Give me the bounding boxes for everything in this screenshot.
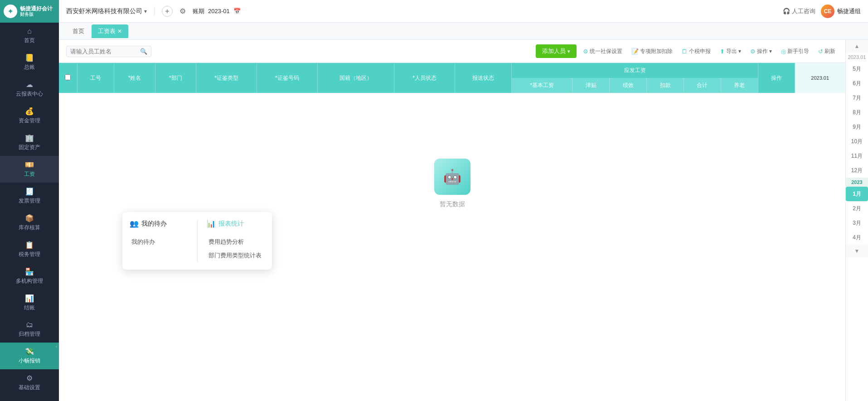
th-bonus: 津贴 <box>572 78 610 93</box>
payroll-icon: 💴 <box>25 160 34 169</box>
social-insurance-button[interactable]: ⚙ 统一社保设置 <box>580 46 625 57</box>
th-wage-group: 应发工资 <box>512 63 758 78</box>
headset-icon: 🎧 <box>783 8 790 14</box>
month-item-nov[interactable]: 11月 <box>846 149 868 163</box>
tabbar: 首页 工资表 ✕ <box>59 23 868 40</box>
sidebar-item-assets[interactable]: 🏢 固定资产 <box>0 129 59 156</box>
payroll-toolbar: 🔍 添加人员 ▾ ⚙ 统一社保设置 📝 专项附加扣除 <box>59 40 845 63</box>
settlement-icon: 📊 <box>25 294 34 303</box>
checkbox-header <box>59 63 77 93</box>
guide-button[interactable]: ◎ 新手引导 <box>778 46 812 57</box>
month-sidebar: ▲ 2023.01 5月 6月 7月 8月 9月 10月 11月 12月 202… <box>845 40 868 401</box>
company-name: 西安虾米网络科技有限公司 <box>66 7 142 15</box>
refresh-button[interactable]: ↺ 刷新 <box>815 46 838 57</box>
settings-icon[interactable]: ⚙ <box>177 6 188 17</box>
xiaochang-icon: 💸 <box>25 347 34 356</box>
social-icon: ⚙ <box>583 48 588 55</box>
user-menu[interactable]: CE 畅捷通组 <box>821 5 861 18</box>
calendar-icon[interactable]: 📅 <box>233 8 241 14</box>
sidebar-item-tax[interactable]: 📋 税务管理 <box>0 236 59 263</box>
month-item-dec[interactable]: 12月 <box>846 163 868 178</box>
popup-dept-cost[interactable]: 部门费用类型统计表 <box>207 249 265 262</box>
export-icon: ⬆ <box>720 48 725 55</box>
popup-right-icon: 📊 <box>207 219 216 228</box>
month-item-jan[interactable]: 1月 <box>846 187 868 201</box>
month-item-apr[interactable]: 4月 <box>846 230 868 245</box>
empty-text: 暂无数据 <box>440 200 465 208</box>
tax-report-button[interactable]: 🗒 个税申报 <box>679 46 713 57</box>
tab-home[interactable]: 首页 <box>66 24 91 38</box>
operation-chevron-icon: ▾ <box>769 48 772 54</box>
search-input[interactable] <box>70 48 138 55</box>
th-dept: *部门 <box>155 63 196 93</box>
popup-col-left: 👥 我的待办 我的待办 <box>130 219 188 262</box>
sidebar-item-xiaochang[interactable]: 💸 小畅报销 ‹ <box>0 343 59 369</box>
select-all-checkbox[interactable] <box>65 74 71 80</box>
month-nav-down[interactable]: ▼ <box>846 245 868 257</box>
th-year-label: 2023.01 <box>795 63 845 93</box>
topbar-right: 🎧 人工咨询 CE 畅捷通组 <box>783 5 861 18</box>
company-selector[interactable]: 西安虾米网络科技有限公司 ▾ <box>66 7 147 15</box>
popup-menu: 👥 我的待办 我的待办 📊 报表统计 费用趋势分析 部门费用类型统计表 <box>122 212 272 270</box>
support-button[interactable]: 🎧 人工咨询 <box>783 7 815 15</box>
sidebar: ✦ 畅捷通好会计 财务版 ⌂ 首页 📒 总账 ☁ 云报表中心 💰 资金管理 🏢 … <box>0 0 59 401</box>
deduction-button[interactable]: 📝 专项附加扣除 <box>629 46 675 57</box>
sidebar-item-invoice[interactable]: 🧾 发票管理 <box>0 183 59 209</box>
tab-close-icon[interactable]: ✕ <box>117 28 122 34</box>
logo-icon: ✦ <box>4 5 17 18</box>
sidebar-item-basic[interactable]: ⚙ 基础设置 <box>0 369 59 396</box>
ledger-icon: 📒 <box>25 53 34 62</box>
sidebar-item-guide[interactable]: ▶ 新手引导 <box>0 396 59 401</box>
th-status: *人员状态 <box>394 63 455 93</box>
archive-icon: 🗂 <box>26 321 33 329</box>
th-no: 工号 <box>77 63 114 93</box>
sidebar-item-settlement[interactable]: 📊 结账 <box>0 290 59 316</box>
sidebar-item-payroll[interactable]: 💴 工资 <box>0 156 59 183</box>
add-company-button[interactable]: + <box>162 6 173 17</box>
month-item-may[interactable]: 5月 <box>846 62 868 76</box>
invoice-icon: 🧾 <box>25 187 34 196</box>
month-item-oct[interactable]: 10月 <box>846 134 868 149</box>
export-button[interactable]: ⬆ 导出 ▾ <box>717 46 744 57</box>
sidebar-item-inventory[interactable]: 📦 库存核算 <box>0 209 59 236</box>
export-chevron-icon: ▾ <box>738 48 741 54</box>
period-display: 账期 2023-01 📅 <box>193 7 241 15</box>
popup-my-todo[interactable]: 我的待办 <box>130 235 188 249</box>
popup-right-title: 📊 报表统计 <box>207 219 265 231</box>
operation-button[interactable]: ⚙ 操作 ▾ <box>747 46 775 57</box>
th-id-type: *证鉴类型 <box>196 63 257 93</box>
sidebar-item-ledger[interactable]: 📒 总账 <box>0 49 59 76</box>
operation-icon: ⚙ <box>750 48 756 55</box>
year-label-top: 2023.01 <box>846 53 868 62</box>
funds-icon: 💰 <box>25 107 34 116</box>
th-deduct: 扣款 <box>647 78 684 93</box>
multi-icon: 🏪 <box>25 267 34 276</box>
period-value: 2023-01 <box>208 8 230 14</box>
add-person-button[interactable]: 添加人员 ▾ <box>536 44 577 58</box>
month-item-feb[interactable]: 2月 <box>846 201 868 216</box>
tab-payroll[interactable]: 工资表 ✕ <box>92 24 128 38</box>
th-ops: 操作 <box>758 63 795 93</box>
empty-icon: 🤖 <box>434 159 470 195</box>
sidebar-item-multi[interactable]: 🏪 多机构管理 <box>0 263 59 290</box>
month-item-sep[interactable]: 9月 <box>846 120 868 134</box>
month-item-mar[interactable]: 3月 <box>846 216 868 230</box>
month-item-aug[interactable]: 8月 <box>846 105 868 120</box>
month-item-jul[interactable]: 7月 <box>846 91 868 105</box>
tax-icon: 📋 <box>25 241 34 249</box>
th-total: 合计 <box>684 78 721 93</box>
add-chevron-icon: ▾ <box>567 48 570 54</box>
sidebar-item-archive[interactable]: 🗂 归档管理 <box>0 316 59 343</box>
sidebar-item-funds[interactable]: 💰 资金管理 <box>0 102 59 129</box>
th-pension: 养老 <box>721 78 758 93</box>
popup-cost-trend[interactable]: 费用趋势分析 <box>207 235 265 249</box>
sidebar-item-home[interactable]: ⌂ 首页 <box>0 23 59 49</box>
th-country: 国籍（地区） <box>317 63 394 93</box>
month-item-jun[interactable]: 6月 <box>846 76 868 91</box>
popup-left-title: 👥 我的待办 <box>130 219 188 231</box>
th-base-wage: *基本工资 <box>512 78 572 93</box>
month-nav-up[interactable]: ▲ <box>846 40 868 53</box>
refresh-icon: ↺ <box>818 48 823 55</box>
sidebar-item-cloud[interactable]: ☁ 云报表中心 <box>0 76 59 102</box>
deduction-icon: 📝 <box>631 48 639 55</box>
